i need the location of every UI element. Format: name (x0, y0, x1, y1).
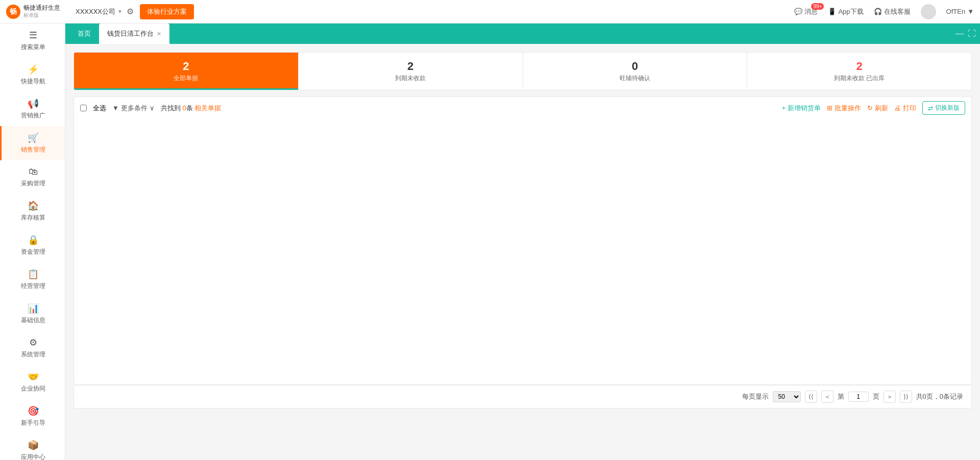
guide-icon: 🎯 (28, 405, 39, 417)
header-right: 💬 消息 99+ 📱 App下载 🎧 在线客服 OfTEn ▼ (794, 4, 974, 19)
select-all-label: 全选 (93, 104, 106, 113)
stat-num-overdue: 2 (309, 60, 512, 73)
related-label: 相关单据 (194, 104, 221, 112)
quick-nav-icon: ⚡ (28, 64, 39, 75)
batch-label: 批量操作 (835, 104, 861, 113)
avatar[interactable] (921, 4, 936, 19)
sidebar-item-sales[interactable]: 🛒 销售管理 (0, 126, 65, 160)
add-sales-order-button[interactable]: + 新增销货单 (782, 104, 821, 113)
filter-icon: ▼ (112, 104, 119, 112)
tab-home[interactable]: 首页 (69, 23, 99, 44)
sidebar-label-purchase: 采购管理 (21, 179, 45, 188)
sidebar-item-search-menu[interactable]: ☰ 搜索菜单 (0, 23, 65, 58)
filter-label: 更多条件 (121, 104, 148, 113)
sidebar-item-basic[interactable]: 📊 基础信息 (0, 297, 65, 331)
print-icon: 🖨 (894, 104, 901, 112)
sidebar-label-app-center: 应用中心 (21, 453, 45, 460)
maximize-icon[interactable]: ⛶ (968, 29, 976, 38)
logo-title: 畅捷通好生意 (23, 4, 60, 12)
page-label: 第 (838, 392, 844, 401)
nav-tab-actions: — ⛶ (955, 29, 976, 38)
search-menu-icon: ☰ (29, 30, 37, 41)
cooperation-icon: 🤝 (28, 371, 39, 382)
company-selector[interactable]: XXXXXX公司 ▼ (76, 7, 122, 16)
page-number-input[interactable] (848, 392, 869, 402)
headset-icon: 🎧 (874, 8, 882, 15)
print-label: 打印 (903, 104, 916, 113)
sidebar-item-cooperation[interactable]: 🤝 企业协同 (0, 365, 65, 399)
marketing-icon: 📢 (28, 98, 39, 109)
sidebar-label-biz: 经营管理 (21, 282, 45, 290)
batch-icon: ⊞ (827, 104, 832, 112)
sidebar-item-purchase[interactable]: 🛍 采购管理 (0, 160, 65, 194)
sidebar-label-system: 系统管理 (21, 350, 45, 359)
refresh-label: 刷新 (875, 104, 888, 113)
stat-num-all: 2 (84, 60, 288, 73)
logo-icon: 畅 (6, 5, 20, 19)
sidebar-label-search-menu: 搜索菜单 (21, 43, 45, 52)
sidebar-label-sales: 销售管理 (21, 146, 45, 154)
toolbar-right: + 新增销货单 ⊞ 批量操作 ↻ 刷新 🖨 打印 ⇄ 切换新版 (782, 101, 965, 115)
sidebar-item-system[interactable]: ⚙ 系统管理 (0, 331, 65, 365)
sidebar-item-biz[interactable]: 📋 经营管理 (0, 262, 65, 297)
message-icon: 💬 (794, 8, 802, 15)
minimize-icon[interactable]: — (955, 29, 964, 38)
next-page-button[interactable]: ＞ (884, 391, 896, 403)
switch-version-button[interactable]: ⇄ 切换新版 (922, 101, 965, 115)
purchase-icon: 🛍 (29, 166, 38, 177)
finance-icon: 🔒 (28, 234, 39, 246)
stat-card-all[interactable]: 2 全部单据 (74, 53, 299, 90)
close-tab-icon[interactable]: ✕ (157, 31, 161, 37)
sidebar-label-guide: 新手引导 (21, 419, 45, 427)
system-icon: ⚙ (29, 337, 37, 348)
message-badge: 99+ (811, 3, 824, 10)
pagination-bar: 每页显示 50 10 20 100 ⟨⟨ ＜ 第 页 ＞ ⟩⟩ 共0页，0条记录 (74, 385, 972, 408)
stat-label-overdue: 到期未收款 (309, 74, 512, 83)
refresh-button[interactable]: ↻ 刷新 (867, 104, 888, 113)
page-size-select[interactable]: 50 10 20 100 (773, 391, 801, 402)
app-download-icon: 📱 (828, 8, 836, 15)
stat-label-unshipped: 到期未收款 已出库 (757, 74, 961, 83)
settings-button[interactable]: ⚙ (127, 7, 134, 16)
sidebar-item-quick-nav[interactable]: ⚡ 快捷导航 (0, 58, 65, 92)
app-download-label: App下载 (838, 7, 863, 16)
online-service-btn[interactable]: 🎧 在线客服 (874, 7, 911, 16)
message-btn[interactable]: 💬 消息 99+ (794, 7, 818, 16)
sidebar-item-marketing[interactable]: 📢 营销推广 (0, 92, 65, 126)
first-page-button[interactable]: ⟨⟨ (805, 391, 817, 403)
app-download-btn[interactable]: 📱 App下载 (828, 7, 863, 16)
sidebar-item-inventory[interactable]: 🏠 库存核算 (0, 194, 65, 228)
sidebar-item-finance[interactable]: 🔒 资金管理 (0, 228, 65, 262)
nav-tabs: 首页 钱货日清工作台 ✕ — ⛶ (65, 23, 980, 44)
stat-card-overdue[interactable]: 2 到期未收款 (299, 53, 523, 90)
stat-card-pending[interactable]: 0 旺辅待确认 (523, 53, 748, 90)
batch-operation-button[interactable]: ⊞ 批量操作 (827, 104, 861, 113)
stat-card-unshipped[interactable]: 2 到期未收款 已出库 (747, 53, 971, 90)
tab-workbench[interactable]: 钱货日清工作台 ✕ (99, 23, 169, 44)
sidebar-label-inventory: 库存核算 (21, 213, 45, 222)
user-name[interactable]: OfTEn ▼ (946, 8, 974, 15)
trial-button[interactable]: 体验行业方案 (140, 4, 194, 19)
total-info: 共0页，0条记录 (916, 392, 963, 401)
company-dropdown-arrow: ▼ (117, 9, 122, 14)
main-content: 2 全部单据 2 到期未收款 0 旺辅待确认 2 到期未收款 已出库 全选 ▼ … (65, 44, 980, 460)
sidebar: ☰ 搜索菜单 ⚡ 快捷导航 📢 营销推广 🛒 销售管理 🛍 采购管理 🏠 库存核… (0, 0, 65, 460)
company-name: XXXXXX公司 (76, 7, 115, 16)
sidebar-item-guide[interactable]: 🎯 新手引导 (0, 399, 65, 433)
switch-label: 切换新版 (935, 104, 960, 112)
sidebar-label-cooperation: 企业协同 (21, 384, 45, 393)
print-button[interactable]: 🖨 打印 (894, 104, 916, 113)
sidebar-item-app-center[interactable]: 📦 应用中心 (0, 433, 65, 460)
page-suffix: 页 (873, 392, 879, 401)
filter-button[interactable]: ▼ 更多条件 ∨ (112, 104, 155, 113)
last-page-button[interactable]: ⟩⟩ (900, 391, 912, 403)
toolbar-count: 共找到 0条 相关单据 (161, 104, 221, 113)
tab-workbench-label: 钱货日清工作台 (107, 29, 154, 38)
stat-label-all: 全部单据 (84, 74, 288, 83)
stats-row: 2 全部单据 2 到期未收款 0 旺辅待确认 2 到期未收款 已出库 (74, 52, 972, 90)
logo-area: 畅 畅捷通好生意 标准版 (6, 4, 71, 19)
select-all-checkbox[interactable] (80, 105, 87, 111)
table-area (74, 119, 972, 385)
empty-state (74, 119, 971, 384)
prev-page-button[interactable]: ＜ (821, 391, 834, 403)
